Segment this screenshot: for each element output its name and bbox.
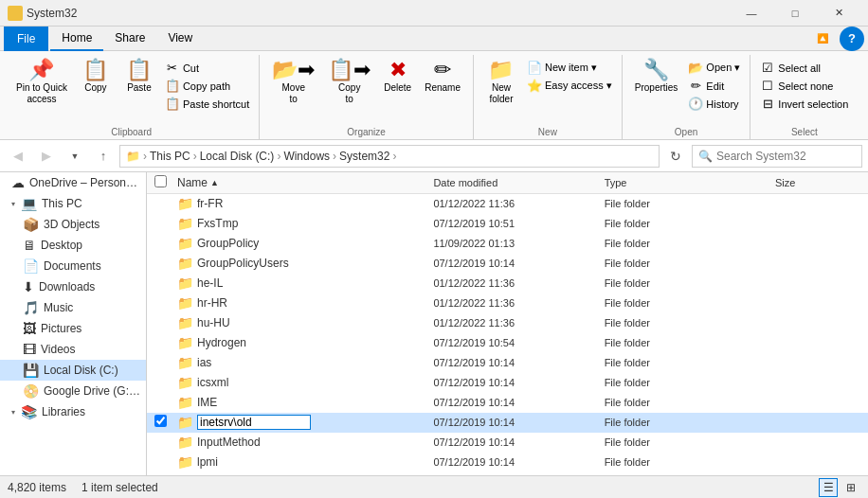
header-date[interactable]: Date modified bbox=[433, 177, 604, 188]
path-this-pc[interactable]: This PC bbox=[150, 150, 190, 163]
refresh-button[interactable]: ↻ bbox=[663, 144, 688, 169]
minimize-button[interactable]: — bbox=[730, 0, 773, 27]
clipboard-small-col: ✂ Cut 📋 Copy path 📋 Paste shortcut bbox=[161, 57, 253, 113]
properties-icon: 🔧 bbox=[643, 60, 669, 80]
tab-view[interactable]: View bbox=[156, 27, 204, 51]
properties-button[interactable]: 🔧 Properties bbox=[628, 55, 685, 119]
rename-icon: ✏ bbox=[434, 60, 451, 80]
tab-home[interactable]: Home bbox=[50, 27, 103, 51]
help-button[interactable]: ? bbox=[840, 27, 864, 51]
edit-button[interactable]: ✏ Edit bbox=[684, 77, 744, 95]
recent-locations-button[interactable]: ▼ bbox=[63, 144, 87, 169]
paste-label: Paste bbox=[127, 82, 152, 94]
table-row[interactable]: 📁FxsTmp07/12/2019 10:51File folder bbox=[147, 214, 868, 234]
row-checkbox-cell bbox=[154, 415, 177, 430]
table-row[interactable]: 📁InputMethod07/12/2019 10:14File folder bbox=[147, 433, 868, 453]
open-dropdown-button[interactable]: 📂 Open ▾ bbox=[684, 59, 744, 77]
table-row[interactable]: 📁icsxml07/12/2019 10:14File folder bbox=[147, 373, 868, 393]
path-system32[interactable]: System32 bbox=[339, 150, 389, 163]
row-checkbox[interactable] bbox=[154, 415, 167, 427]
sidebar-item-downloads[interactable]: ⬇ Downloads bbox=[0, 276, 146, 297]
table-row[interactable]: 📁ias07/12/2019 10:14File folder bbox=[147, 353, 868, 373]
table-row[interactable]: 📁hr-HR01/12/2022 11:36File folder bbox=[147, 293, 868, 313]
copy-path-button[interactable]: 📋 Copy path bbox=[161, 77, 253, 95]
large-icons-view-button[interactable]: ⊞ bbox=[841, 478, 860, 497]
ribbon-collapse-arrow[interactable]: 🔼 bbox=[813, 31, 832, 45]
header-name[interactable]: Name ▲ bbox=[177, 176, 433, 189]
window-title: System32 bbox=[27, 7, 77, 20]
header-check[interactable] bbox=[154, 175, 177, 190]
rename-button[interactable]: ✏ Rename bbox=[418, 55, 467, 119]
file-date: 07/12/2019 10:14 bbox=[433, 417, 604, 428]
move-to-button[interactable]: 📂➡ Move to bbox=[265, 55, 321, 119]
sidebar-item-libraries[interactable]: ▾ 📚 Libraries bbox=[0, 401, 146, 422]
new-item-button[interactable]: 📄 New item ▾ bbox=[523, 59, 616, 77]
sidebar-item-thispc[interactable]: ▾ 💻 This PC bbox=[0, 193, 146, 214]
new-folder-button[interactable]: 📁 New folder bbox=[479, 55, 523, 119]
forward-button[interactable]: ▶ bbox=[34, 144, 59, 169]
delete-button[interactable]: ✖ Delete bbox=[377, 55, 418, 119]
invert-selection-button[interactable]: ⊟ Invert selection bbox=[756, 95, 852, 113]
paste-shortcut-button[interactable]: 📋 Paste shortcut bbox=[161, 95, 253, 113]
header-size[interactable]: Size bbox=[775, 177, 860, 188]
thispc-icon: 💻 bbox=[21, 196, 37, 211]
file-name-cell: 📁hu-HU bbox=[177, 315, 433, 330]
path-local-disk[interactable]: Local Disk (C:) bbox=[200, 150, 275, 163]
search-input[interactable] bbox=[716, 150, 859, 163]
cut-button[interactable]: ✂ Cut bbox=[161, 59, 253, 77]
table-row[interactable]: 📁hu-HU01/12/2022 11:36File folder bbox=[147, 313, 868, 333]
sidebar-item-onedrive[interactable]: ☁ OneDrive – Person… bbox=[0, 172, 146, 193]
address-path[interactable]: 📁 › This PC › Local Disk (C:) › Windows … bbox=[119, 145, 660, 168]
sidebar-item-localdisk[interactable]: 💾 Local Disk (C:) bbox=[0, 360, 146, 381]
sidebar-item-3dobjects[interactable]: 📦 3D Objects bbox=[0, 214, 146, 235]
search-box[interactable]: 🔍 bbox=[692, 145, 862, 168]
table-row[interactable]: 📁GroupPolicy11/09/2022 01:13File folder bbox=[147, 234, 868, 254]
table-row[interactable]: 📁lpmi07/12/2019 10:14File folder bbox=[147, 453, 868, 472]
up-button[interactable]: ↑ bbox=[91, 144, 116, 169]
file-list-container[interactable]: Name ▲ Date modified Type Size 📁fr-FR01/… bbox=[147, 172, 868, 475]
file-name: lpmi bbox=[197, 455, 218, 469]
sidebar-item-pictures[interactable]: 🖼 Pictures bbox=[0, 318, 146, 339]
select-none-button[interactable]: ☐ Select none bbox=[756, 77, 852, 95]
details-view-button[interactable]: ☰ bbox=[819, 478, 838, 497]
table-row[interactable]: 📁IME07/12/2019 10:14File folder bbox=[147, 393, 868, 413]
search-icon: 🔍 bbox=[698, 150, 713, 163]
select-none-label: Select none bbox=[778, 80, 833, 92]
maximize-button[interactable]: □ bbox=[773, 0, 817, 27]
table-row[interactable]: 📁Hydrogen07/12/2019 10:54File folder bbox=[147, 333, 868, 353]
copy-to-button[interactable]: 📋➡ Copy to bbox=[321, 55, 377, 119]
table-row[interactable]: 📁07/12/2019 10:14File folder bbox=[147, 413, 868, 433]
sidebar-item-label: Desktop bbox=[41, 239, 82, 252]
tab-share[interactable]: Share bbox=[103, 27, 156, 51]
select-all-button[interactable]: ☑ Select all bbox=[756, 59, 852, 77]
easy-access-button[interactable]: ⭐ Easy access ▾ bbox=[523, 77, 616, 95]
history-button[interactable]: 🕐 History bbox=[684, 95, 744, 113]
sidebar-item-music[interactable]: 🎵 Music bbox=[0, 297, 146, 318]
select-all-checkbox[interactable] bbox=[154, 175, 167, 187]
copy-button[interactable]: 📋 Copy bbox=[74, 55, 118, 119]
file-name: icsxml bbox=[197, 376, 228, 389]
table-row[interactable]: 📁fr-FR01/12/2022 11:36File folder bbox=[147, 194, 868, 214]
sidebar-item-label: Videos bbox=[41, 343, 75, 356]
paste-button[interactable]: 📋 Paste bbox=[118, 55, 161, 119]
title-bar: System32 — □ ✕ bbox=[0, 0, 868, 27]
header-type[interactable]: Type bbox=[605, 177, 775, 188]
music-icon: 🎵 bbox=[23, 300, 39, 315]
rename-input[interactable] bbox=[197, 415, 311, 430]
pin-quick-access-button[interactable]: 📌 Pin to Quick access bbox=[9, 55, 74, 119]
sort-arrow: ▲ bbox=[210, 178, 219, 187]
rename-label: Rename bbox=[425, 82, 461, 94]
sidebar-item-googledrive[interactable]: 📀 Google Drive (G:… bbox=[0, 381, 146, 401]
path-windows[interactable]: Windows bbox=[283, 150, 330, 163]
table-row[interactable]: 📁he-IL01/12/2022 11:36File folder bbox=[147, 274, 868, 293]
file-type: File folder bbox=[605, 317, 775, 329]
back-button[interactable]: ◀ bbox=[6, 144, 30, 169]
tab-file[interactable]: File bbox=[4, 27, 48, 51]
sidebar-item-documents[interactable]: 📄 Documents bbox=[0, 256, 146, 276]
close-button[interactable]: ✕ bbox=[817, 0, 860, 27]
sidebar-item-label: Pictures bbox=[41, 322, 81, 335]
table-row[interactable]: 📁GroupPolicyUsers07/12/2019 10:14File fo… bbox=[147, 254, 868, 274]
new-small-col: 📄 New item ▾ ⭐ Easy access ▾ bbox=[523, 57, 616, 95]
sidebar-item-desktop[interactable]: 🖥 Desktop bbox=[0, 235, 146, 256]
sidebar-item-videos[interactable]: 🎞 Videos bbox=[0, 339, 146, 360]
